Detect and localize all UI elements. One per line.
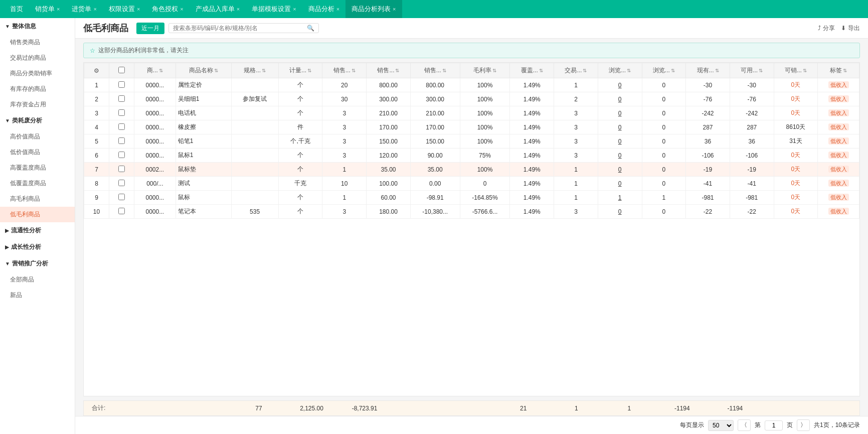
- prev-page-button[interactable]: 〈: [738, 419, 751, 431]
- col-available[interactable]: 可用...⇅: [730, 63, 774, 78]
- nav-purchase-close[interactable]: ×: [93, 6, 96, 12]
- nav-permission[interactable]: 权限设置 ×: [103, 0, 146, 18]
- sidebar-group-growth[interactable]: ▶ 成长性分析: [0, 239, 75, 255]
- row-checkbox[interactable]: [109, 120, 134, 134]
- filter-button[interactable]: 近一月: [136, 23, 164, 34]
- export-button[interactable]: ⬇ 导出: [841, 24, 860, 33]
- sidebar-group-flow[interactable]: ▶ 流通性分析: [0, 222, 75, 239]
- row-view1[interactable]: 0: [598, 78, 642, 92]
- sidebar-item-high-coverage[interactable]: 高覆盖度商品: [0, 160, 75, 176]
- col-view2[interactable]: 浏览...⇅: [642, 63, 686, 78]
- sidebar-item-high-value[interactable]: 高价值商品: [0, 129, 75, 144]
- col-coverage[interactable]: 覆盖...⇅: [510, 63, 554, 78]
- nav-role[interactable]: 角色授权 ×: [146, 0, 189, 18]
- row-checkbox[interactable]: [109, 92, 134, 106]
- sidebar-item-new-goods[interactable]: 新品: [0, 287, 75, 303]
- col-tag[interactable]: 标签⇅: [818, 63, 859, 78]
- row-checkbox[interactable]: [109, 191, 134, 205]
- col-gross-margin[interactable]: 毛利率⇅: [460, 63, 510, 78]
- select-all-checkbox[interactable]: [118, 67, 125, 73]
- nav-template[interactable]: 单据模板设置 ×: [246, 0, 302, 18]
- row-view1[interactable]: 1: [598, 191, 642, 205]
- col-name[interactable]: 商品名称⇅: [176, 63, 231, 78]
- sidebar-item-all-goods[interactable]: 全部商品: [0, 272, 75, 287]
- nav-home[interactable]: 首页: [4, 0, 29, 18]
- sidebar-item-traded-goods[interactable]: 交易过的商品: [0, 50, 75, 66]
- col-sellable[interactable]: 可销...⇅: [774, 63, 818, 78]
- col-transaction[interactable]: 交易...⇅: [554, 63, 598, 78]
- page-input[interactable]: [765, 420, 783, 430]
- row-select-checkbox[interactable]: [118, 95, 125, 102]
- col-sales-qty[interactable]: 销售...⇅: [322, 63, 367, 78]
- sidebar-item-high-margin[interactable]: 高毛利商品: [0, 191, 75, 207]
- sidebar-item-stock-capital[interactable]: 库存资金占用: [0, 97, 75, 112]
- nav-template-close[interactable]: ×: [293, 6, 296, 12]
- per-page-select[interactable]: 50 100 200: [708, 420, 734, 431]
- col-checkbox[interactable]: [109, 63, 134, 78]
- sidebar-item-low-margin[interactable]: 低毛利商品: [0, 207, 75, 222]
- data-table-container[interactable]: ⚙ 商...⇅ 商品名称⇅ 规格...⇅ 计量...⇅ 销售...⇅ 销售...…: [83, 62, 860, 396]
- nav-permission-close[interactable]: ×: [137, 6, 140, 12]
- row-view1[interactable]: 0: [598, 149, 642, 163]
- row-view1[interactable]: 0: [598, 134, 642, 149]
- row-select-checkbox[interactable]: [118, 180, 125, 186]
- table-row: 5 0000... 铅笔1 个,千克 3 150.00 150.00 100% …: [84, 134, 859, 149]
- row-checkbox[interactable]: [109, 149, 134, 163]
- row-checkbox[interactable]: [109, 78, 134, 92]
- row-view1[interactable]: 0: [598, 120, 642, 134]
- nav-product-analysis[interactable]: 商品分析 ×: [302, 0, 345, 18]
- nav-sales-close[interactable]: ×: [57, 6, 60, 12]
- nav-role-close[interactable]: ×: [180, 6, 183, 12]
- row-view1[interactable]: 0: [598, 177, 642, 191]
- row-select-checkbox[interactable]: [118, 81, 125, 88]
- row-name: 属性定价: [176, 78, 231, 92]
- col-code[interactable]: 商...⇅: [134, 63, 176, 78]
- row-select-checkbox[interactable]: [118, 123, 125, 130]
- row-tag: 低收入: [818, 134, 859, 149]
- top-navigation: 首页 销货单 × 进货单 × 权限设置 × 角色授权 × 产成品入库单 × 单据…: [0, 0, 868, 18]
- next-page-button[interactable]: 〉: [797, 419, 810, 431]
- col-sales-amount[interactable]: 销售...⇅: [367, 63, 411, 78]
- row-view1[interactable]: 0: [598, 92, 642, 106]
- row-select-checkbox[interactable]: [118, 194, 125, 200]
- col-view1[interactable]: 浏览...⇅: [598, 63, 642, 78]
- col-settings[interactable]: ⚙: [84, 63, 109, 78]
- col-current-stock[interactable]: 现有...⇅: [686, 63, 730, 78]
- share-button[interactable]: ⤴ 分享: [818, 24, 835, 33]
- sidebar-item-stocked-goods[interactable]: 有库存的商品: [0, 81, 75, 97]
- col-spec[interactable]: 规格...⇅: [231, 63, 278, 78]
- sidebar-group-abc[interactable]: ▼ 类耗废分析: [0, 112, 75, 129]
- sidebar-group-overview[interactable]: ▼ 整体信息: [0, 18, 75, 35]
- col-sales-profit[interactable]: 销售...⇅: [410, 63, 460, 78]
- nav-product-analysis-list-close[interactable]: ×: [393, 6, 396, 12]
- total-view1: 1: [550, 405, 603, 412]
- row-select-checkbox[interactable]: [118, 137, 125, 144]
- row-view1[interactable]: 0: [598, 205, 642, 219]
- sidebar-item-category-rate[interactable]: 商品分类助销率: [0, 66, 75, 81]
- nav-product-inbound-close[interactable]: ×: [237, 6, 240, 12]
- row-select-checkbox[interactable]: [118, 152, 125, 158]
- row-checkbox[interactable]: [109, 134, 134, 149]
- row-select-checkbox[interactable]: [118, 109, 125, 116]
- nav-product-analysis-close[interactable]: ×: [336, 6, 339, 12]
- row-checkbox[interactable]: [109, 205, 134, 219]
- sidebar-group-marketing[interactable]: ▼ 营销推广分析: [0, 255, 75, 272]
- row-checkbox[interactable]: [109, 163, 134, 177]
- row-select-checkbox[interactable]: [118, 208, 125, 214]
- sidebar-item-sales-goods[interactable]: 销售类商品: [0, 35, 75, 50]
- nav-sales[interactable]: 销货单 ×: [29, 0, 66, 18]
- nav-product-inbound[interactable]: 产成品入库单 ×: [190, 0, 246, 18]
- row-view1[interactable]: 0: [598, 163, 642, 177]
- col-unit[interactable]: 计量...⇅: [278, 63, 322, 78]
- search-icon[interactable]: 🔍: [307, 25, 314, 32]
- nav-product-analysis-list[interactable]: 商品分析列表 ×: [345, 0, 402, 18]
- sidebar-item-low-coverage[interactable]: 低覆盖度商品: [0, 176, 75, 191]
- row-checkbox[interactable]: [109, 106, 134, 120]
- row-checkbox[interactable]: [109, 177, 134, 191]
- row-transaction: 3: [554, 106, 598, 120]
- search-input[interactable]: [173, 25, 307, 32]
- row-select-checkbox[interactable]: [118, 166, 125, 172]
- nav-purchase[interactable]: 进货单 ×: [66, 0, 102, 18]
- row-view1[interactable]: 0: [598, 106, 642, 120]
- sidebar-item-low-value[interactable]: 低价值商品: [0, 144, 75, 160]
